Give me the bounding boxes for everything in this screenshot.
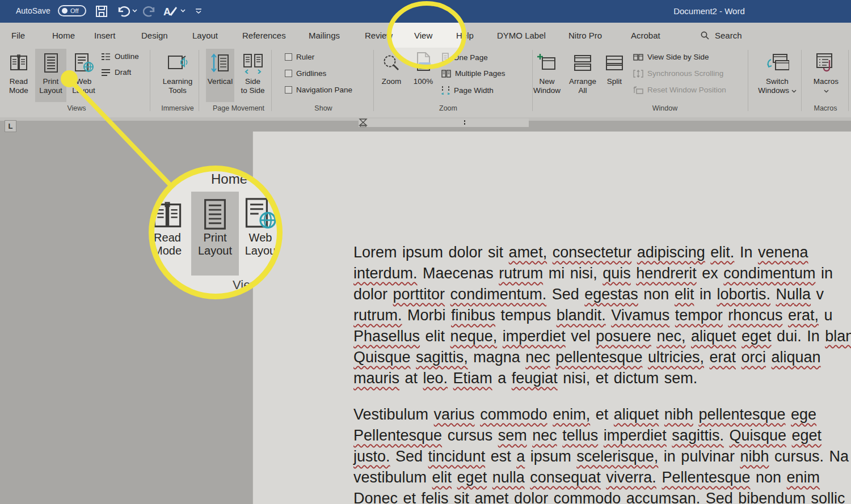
doc-word: in pulvinar: [658, 448, 740, 465]
multiple-pages-icon: [441, 70, 451, 78]
tab-file[interactable]: File: [11, 23, 25, 48]
view-side-by-side-button[interactable]: View Side by Side: [633, 53, 709, 61]
doc-word: [550, 349, 556, 366]
tab-layout[interactable]: Layout: [192, 23, 218, 48]
ruler-checkbox[interactable]: Ruler: [285, 53, 314, 61]
doc-word: Morbi: [402, 307, 452, 324]
callout-print-layout-icon: [201, 194, 229, 231]
doc-word: non: [751, 469, 787, 486]
undo-button[interactable]: [115, 3, 131, 19]
doc-word: [782, 307, 788, 324]
new-window-button[interactable]: New Window: [532, 49, 562, 102]
read-mode-button[interactable]: Read Mode: [3, 49, 34, 102]
side-to-side-button[interactable]: Side to Side: [237, 49, 268, 102]
navigation-pane-checkbox[interactable]: Navigation Pane: [285, 86, 352, 94]
gridlines-checkbox[interactable]: Gridlines: [285, 69, 326, 78]
pen-dropdown[interactable]: [180, 9, 186, 12]
horizontal-ruler: [359, 118, 529, 127]
page-width-button[interactable]: Page Width: [441, 86, 494, 95]
page-width-icon: [441, 86, 450, 95]
misspelled-word: varius: [434, 406, 475, 423]
doc-word: Vestibulum: [353, 406, 434, 423]
customize-qat-button[interactable]: [191, 3, 207, 19]
misspelled-word: Quisque: [729, 427, 786, 444]
doc-line: Lorem ipsum dolor sit amet, consectetur …: [353, 244, 851, 265]
tab-acrobat[interactable]: Acrobat: [631, 23, 660, 48]
doc-word: et dictum sem.: [590, 370, 697, 387]
indent-markers-icon[interactable]: [359, 118, 369, 127]
misspelled-word: Quisque: [353, 349, 411, 366]
callout-read-mode-label: Read: [154, 231, 181, 244]
tab-help[interactable]: Help: [456, 23, 474, 48]
ruler-label: Ruler: [296, 53, 314, 61]
immersive-group-label: Immersive: [146, 104, 209, 112]
macros-label: Macros: [814, 77, 839, 86]
outline-button[interactable]: Outline: [101, 52, 139, 61]
reset-window-position-button[interactable]: Reset Window Position: [633, 86, 726, 94]
switch-windows-label2: Windows: [758, 86, 789, 95]
tab-stop-selector[interactable]: L: [5, 120, 16, 132]
new-window-label: New: [539, 77, 554, 86]
tab-nitro-pro[interactable]: Nitro Pro: [568, 23, 602, 48]
switch-windows-button[interactable]: Switch Windows: [755, 49, 800, 102]
redo-button[interactable]: [142, 3, 158, 19]
draft-button[interactable]: Draft: [101, 68, 131, 77]
reset-window-position-label: Reset Window Position: [647, 86, 726, 94]
read-mode-label: Read: [10, 77, 28, 86]
doc-word: [659, 406, 664, 423]
doc-word: in: [694, 286, 717, 303]
split-button[interactable]: Split: [601, 49, 627, 102]
one-page-label: One Page: [453, 53, 488, 62]
tab-references[interactable]: References: [242, 23, 286, 48]
tab-view[interactable]: View: [414, 23, 432, 48]
tab-review[interactable]: Review: [365, 23, 393, 48]
doc-word: vel: [566, 328, 596, 345]
save-button[interactable]: [94, 3, 109, 19]
doc-word: tempus: [495, 307, 557, 324]
side-to-side-label2: to Side: [241, 86, 264, 95]
print-layout-button[interactable]: Print Layout: [35, 49, 66, 102]
tab-design[interactable]: Design: [141, 23, 168, 48]
misspelled-word: commodo: [480, 406, 547, 423]
word-window: AutoSave Off: [0, 0, 851, 504]
zoom-100-button[interactable]: 100 100%: [408, 49, 438, 102]
reset-window-position-icon: [633, 86, 643, 94]
print-layout-label: Print: [43, 77, 59, 86]
one-page-icon: [441, 53, 449, 62]
one-page-button[interactable]: One Page: [441, 53, 488, 62]
zoom-button[interactable]: Zoom: [378, 49, 405, 102]
tab-home[interactable]: Home: [52, 23, 75, 48]
misspelled-word: erat: [709, 349, 736, 366]
tab-insert[interactable]: Insert: [94, 23, 116, 48]
doc-word: [786, 406, 791, 423]
split-label: Split: [607, 77, 622, 86]
group-separator: [271, 50, 272, 111]
callout-web-layout-label2: Layou: [245, 244, 276, 257]
misspelled-word: feugiat: [512, 370, 558, 387]
search-box[interactable]: Search: [701, 23, 742, 48]
vertical-button[interactable]: Vertical: [206, 49, 234, 102]
macros-button[interactable]: Macros: [808, 49, 844, 102]
synchronous-scrolling-icon: [633, 70, 643, 78]
multiple-pages-button[interactable]: Multiple Pages: [441, 69, 505, 78]
doc-word: mi nisi,: [543, 265, 603, 282]
misspelled-word: amet,: [509, 244, 547, 261]
doc-word: Sed: [390, 448, 428, 465]
print-layout-label2: Layout: [39, 86, 62, 95]
web-layout-button[interactable]: Web Layout: [68, 49, 100, 102]
misspelled-word: nec: [532, 427, 557, 444]
undo-dropdown[interactable]: [132, 9, 137, 12]
tab-mailings[interactable]: Mailings: [309, 23, 340, 48]
tab-dymo-label[interactable]: DYMO Label: [497, 23, 546, 48]
arrange-all-button[interactable]: Arrange All: [566, 49, 600, 102]
synchronous-scrolling-button[interactable]: Synchronous Scrolling: [633, 69, 723, 78]
document-page[interactable]: Lorem ipsum dolor sit amet, consectetur …: [252, 132, 851, 504]
learning-tools-button[interactable]: Learning Tools: [160, 49, 195, 102]
split-icon: [605, 49, 624, 77]
autosave-toggle[interactable]: Off: [58, 5, 86, 16]
misspelled-word: tempor: [675, 307, 723, 324]
read-mode-icon: [9, 49, 29, 77]
redo-icon: [143, 5, 157, 18]
style-pen-button[interactable]: A: [162, 3, 178, 19]
misspelled-word: nec: [525, 349, 550, 366]
